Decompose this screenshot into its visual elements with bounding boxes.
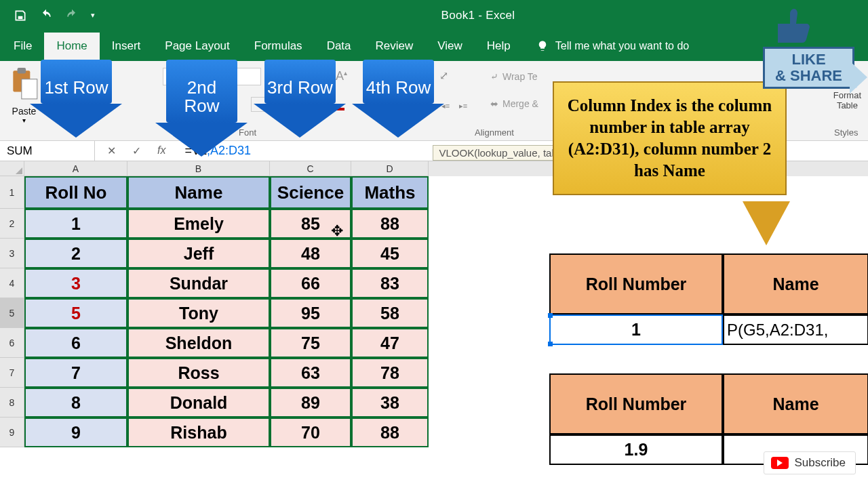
svg-rect-8 (778, 24, 785, 43)
data-cell[interactable]: 8 (24, 388, 127, 418)
data-cell[interactable]: Tony (127, 298, 270, 328)
data-cell[interactable]: 9 (24, 418, 127, 447)
bold-button[interactable]: B (171, 97, 180, 113)
rt1-header-name[interactable]: Name (723, 253, 868, 314)
row-header[interactable]: 3 (0, 239, 24, 268)
paste-button[interactable]: Paste ▾ (5, 66, 43, 124)
data-cell[interactable]: 85 (270, 209, 351, 239)
tab-insert[interactable]: Insert (100, 33, 153, 60)
bulb-icon (536, 40, 549, 52)
undo-icon[interactable] (39, 9, 53, 22)
data-cell[interactable]: Donald (127, 388, 270, 418)
data-cell[interactable]: 78 (351, 358, 429, 388)
row-header[interactable]: 5 (0, 298, 24, 328)
thumbs-up-icon (776, 7, 810, 44)
row-header[interactable]: 7 (0, 358, 24, 388)
enter-formula-icon[interactable]: ✓ (132, 144, 141, 157)
tab-home[interactable]: Home (44, 33, 99, 60)
data-cell[interactable]: Jeff (127, 239, 270, 268)
col-header-c[interactable]: C (270, 161, 351, 176)
paste-icon (10, 66, 39, 100)
data-cell[interactable]: 58 (351, 298, 429, 328)
data-cell[interactable]: Ross (127, 358, 270, 388)
rt2-header-roll[interactable]: Roll Number (549, 373, 723, 434)
data-cell[interactable]: 3 (24, 268, 127, 298)
tab-help[interactable]: Help (475, 33, 523, 60)
data-cell[interactable]: 95 (270, 298, 351, 328)
rt1-value-name[interactable]: P(G5,A2:D31, (723, 314, 868, 345)
row-header[interactable]: 6 (0, 328, 24, 358)
border-button[interactable] (251, 97, 269, 112)
header-cell[interactable]: Roll No (24, 176, 127, 209)
data-cell[interactable]: 1 (24, 209, 127, 239)
header-cell[interactable]: Science (270, 176, 351, 209)
subscribe-button[interactable]: Subscribe (764, 451, 856, 474)
rt2-header-name[interactable]: Name (723, 373, 868, 434)
orientation-button[interactable]: ⤢ (439, 69, 448, 82)
select-all-corner[interactable] (0, 161, 24, 176)
tab-page-layout[interactable]: Page Layout (153, 33, 241, 60)
data-cell[interactable]: 66 (270, 268, 351, 298)
data-cell[interactable]: 2 (24, 239, 127, 268)
tab-data[interactable]: Data (315, 33, 363, 60)
redo-icon[interactable] (65, 9, 79, 22)
vertical-align-buttons[interactable] (376, 69, 424, 81)
data-cell[interactable]: 48 (270, 239, 351, 268)
data-cell[interactable]: Sheldon (127, 328, 270, 358)
data-cell[interactable]: Emely (127, 209, 270, 239)
worksheet-grid[interactable]: A B C D 1Roll NoNameScienceMaths21Emely8… (0, 161, 868, 488)
col-header-b[interactable]: B (127, 161, 270, 176)
row-header[interactable]: 8 (0, 388, 24, 418)
font-name-selector[interactable] (163, 68, 261, 85)
data-cell[interactable]: 88 (351, 209, 429, 239)
font-color-button[interactable]: A (324, 95, 344, 113)
data-cell[interactable]: 45 (351, 239, 429, 268)
data-cell[interactable]: Sundar (127, 268, 270, 298)
row-header-1[interactable]: 1 (0, 176, 24, 209)
data-cell[interactable]: 47 (351, 328, 429, 358)
data-cell[interactable]: 83 (351, 268, 429, 298)
data-cell[interactable]: 89 (270, 388, 351, 418)
tell-me[interactable]: Tell me what you want to do (536, 40, 689, 52)
format-painter[interactable]: ainter (61, 102, 85, 113)
data-cell[interactable]: Rishab (127, 418, 270, 447)
rt1-value-roll[interactable]: 1 (549, 314, 723, 345)
rt1-header-roll[interactable]: Roll Number (549, 253, 723, 314)
data-cell[interactable]: 63 (270, 358, 351, 388)
header-cell[interactable]: Maths (351, 176, 429, 209)
wrap-text-button[interactable]: ⤶Wrap Te (490, 71, 538, 82)
name-box[interactable]: SUM (0, 141, 95, 161)
data-cell[interactable]: 88 (351, 418, 429, 447)
row-header[interactable]: 9 (0, 418, 24, 447)
tab-view[interactable]: View (425, 33, 475, 60)
save-icon[interactable] (14, 9, 27, 22)
decrease-indent-icon[interactable]: ◂≡ (437, 98, 454, 113)
tab-formulas[interactable]: Formulas (242, 33, 315, 60)
merge-center-button[interactable]: ⬌Merge & (490, 98, 538, 109)
cancel-formula-icon[interactable]: ✕ (107, 144, 116, 157)
increase-font-icon[interactable]: A▴ (336, 69, 347, 83)
data-cell[interactable]: 38 (351, 388, 429, 418)
header-cell[interactable]: Name (127, 176, 270, 209)
fill-color-button[interactable] (298, 95, 319, 113)
tab-review[interactable]: Review (363, 33, 426, 60)
wrap-icon: ⤶ (490, 71, 498, 82)
col-header-a[interactable]: A (24, 161, 127, 176)
data-cell[interactable]: 6 (24, 328, 127, 358)
increase-indent-icon[interactable]: ▸≡ (455, 98, 471, 113)
row-header[interactable]: 4 (0, 268, 24, 298)
font-size-selector[interactable] (268, 68, 296, 85)
data-cell[interactable]: 75 (270, 328, 351, 358)
fx-icon[interactable]: fx (157, 144, 165, 157)
paste-dropdown-icon[interactable]: ▾ (5, 117, 43, 124)
rt2-value-roll[interactable]: 1.9 (549, 434, 723, 465)
share-text: & SHARE (775, 67, 842, 84)
indent-buttons[interactable]: ◂≡ ▸≡ (437, 98, 471, 113)
row-header[interactable]: 2 (0, 209, 24, 239)
horizontal-align-buttons[interactable] (376, 97, 424, 109)
data-cell[interactable]: 5 (24, 298, 127, 328)
col-header-d[interactable]: D (351, 161, 429, 176)
data-cell[interactable]: 7 (24, 358, 127, 388)
tab-file[interactable]: File (7, 33, 44, 60)
data-cell[interactable]: 70 (270, 418, 351, 447)
